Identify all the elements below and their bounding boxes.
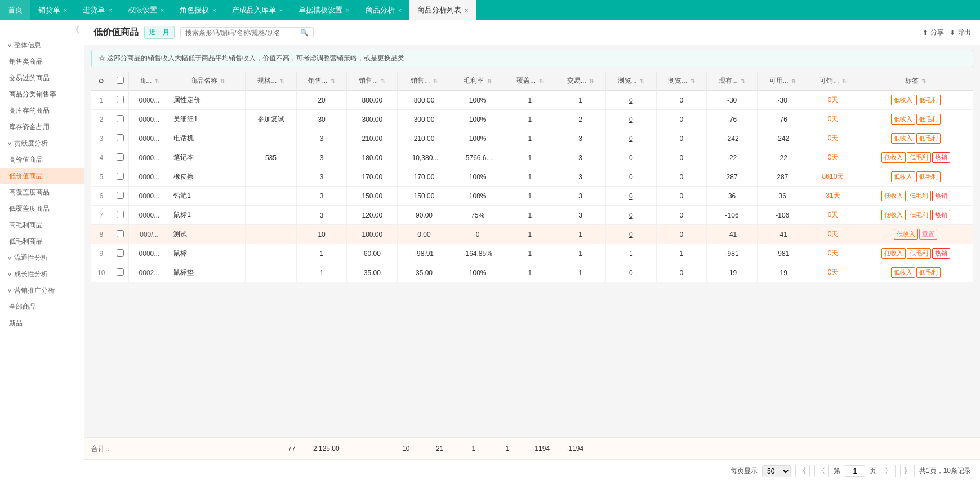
filter-recent-month-button[interactable]: 近一月 <box>144 26 175 39</box>
footer-view1: 1 <box>457 443 491 455</box>
sidebar-item-all-goods[interactable]: 全部商品 <box>0 299 84 315</box>
spec-cell <box>246 129 297 148</box>
margin-column-header[interactable]: 毛利率 ⇅ <box>451 72 505 91</box>
row-checkbox[interactable] <box>117 192 124 199</box>
sidebar-item-high-margin[interactable]: 高毛利商品 <box>0 217 84 233</box>
first-page-button[interactable]: 《 <box>795 465 810 477</box>
sellable-cell: 0天 <box>808 129 858 148</box>
prev-page-button[interactable]: 〈 <box>814 465 829 477</box>
last-page-button[interactable]: 》 <box>900 465 915 477</box>
sidebar-item-sales-goods[interactable]: 销售类商品 <box>0 54 84 70</box>
price-cell: 35.00 <box>347 263 398 282</box>
price-column-header[interactable]: 销售... ⇅ <box>347 72 398 91</box>
checkbox-cell <box>112 206 128 225</box>
coverage-column-header[interactable]: 覆盖... ⇅ <box>505 72 555 91</box>
tag: 低毛利 <box>907 191 931 201</box>
sidebar-item-low-coverage[interactable]: 低覆盖度商品 <box>0 201 84 217</box>
sidebar-group-liquidity: ∨ 流通性分析 <box>0 250 84 266</box>
close-icon[interactable]: × <box>465 7 468 14</box>
row-checkbox[interactable] <box>117 249 124 257</box>
close-icon[interactable]: × <box>108 7 112 14</box>
export-button[interactable]: ⬇ 导出 <box>950 28 971 37</box>
nav-template[interactable]: 单据模板设置 × <box>291 0 357 20</box>
info-text: ☆ 这部分商品的销售收入大幅低于商品平均销售收入，价值不高，可考虑调整营销策略，… <box>99 54 404 63</box>
sales-column-header[interactable]: 销售... ⇅ <box>398 72 451 91</box>
tags-cell: 低收入低毛利 <box>858 129 973 148</box>
view2-column-header[interactable]: 浏览... ⇅ <box>656 72 707 91</box>
available-cell: -106 <box>757 206 808 225</box>
tag: 低毛利 <box>916 133 941 144</box>
page-number-input[interactable] <box>845 465 865 477</box>
table-header-row: ⚙ 商... ⇅ 商品名称 ⇅ 规格... ⇅ 销售... ⇅ 销售... ⇅ … <box>91 72 973 91</box>
collapse-button[interactable]: 《 <box>72 25 79 35</box>
settings-column-header[interactable]: ⚙ <box>91 72 112 91</box>
nav-purchase[interactable]: 进货单 × <box>75 0 119 20</box>
row-checkbox[interactable] <box>117 153 124 161</box>
margin-cell: 100% <box>451 129 505 148</box>
search-icon[interactable]: 🔍 <box>300 29 309 37</box>
per-page-select[interactable]: 50 100 200 <box>762 465 791 477</box>
price-cell: 100.00 <box>347 225 398 244</box>
sellable-column-header[interactable]: 可销... ⇅ <box>808 72 858 91</box>
nav-home[interactable]: 首页 <box>0 0 30 20</box>
next-page-button[interactable]: 〉 <box>881 465 896 477</box>
close-icon[interactable]: × <box>212 7 216 14</box>
table-row: 8 000/... 测试 10 100.00 0.00 0 1 1 0 0 -4… <box>91 225 973 244</box>
sidebar-item-new-goods[interactable]: 新品 <box>0 315 84 331</box>
sidebar-item-high-value[interactable]: 高价值商品 <box>0 152 84 168</box>
nav-analysis-list[interactable]: 商品分析列表 × <box>409 0 476 20</box>
sidebar-item-stock-fund[interactable]: 库存资金占用 <box>0 119 84 135</box>
name-column-header[interactable]: 商品名称 ⇅ <box>170 72 246 91</box>
footer-current: -1194 <box>524 443 558 455</box>
qty-column-header[interactable]: 销售... ⇅ <box>296 72 347 91</box>
tag: 低收入 <box>891 95 915 105</box>
sidebar-item-traded-goods[interactable]: 交易过的商品 <box>0 70 84 86</box>
close-icon[interactable]: × <box>346 7 349 14</box>
nav-analysis[interactable]: 商品分析 × <box>358 0 409 20</box>
sidebar-item-high-stock[interactable]: 高库存的商品 <box>0 103 84 119</box>
current-column-header[interactable]: 现有... ⇅ <box>707 72 758 91</box>
close-icon[interactable]: × <box>161 7 164 14</box>
nav-role[interactable]: 角色授权 × <box>172 0 224 20</box>
share-button[interactable]: ⬆ 分享 <box>923 28 944 37</box>
checkbox-cell <box>112 148 128 167</box>
search-input[interactable] <box>185 29 298 37</box>
row-checkbox[interactable] <box>117 115 124 122</box>
sidebar-item-low-margin[interactable]: 低毛利商品 <box>0 233 84 250</box>
code-column-header[interactable]: 商... ⇅ <box>128 72 170 91</box>
select-all-checkbox[interactable] <box>117 77 124 84</box>
nav-sales[interactable]: 销货单 × <box>30 0 75 20</box>
trade-column-header[interactable]: 交易... ⇅ <box>555 72 606 91</box>
nav-permission[interactable]: 权限设置 × <box>120 0 172 20</box>
tags-column-header[interactable]: 标签 ⇅ <box>858 72 973 91</box>
sidebar-item-category-rate[interactable]: 商品分类销售率 <box>0 86 84 103</box>
close-icon[interactable]: × <box>64 7 67 14</box>
spec-cell: 535 <box>246 148 297 167</box>
sidebar-item-low-value[interactable]: 低价值商品 <box>0 168 84 184</box>
close-icon[interactable]: × <box>398 7 402 14</box>
settings-cell: 7 <box>91 206 112 225</box>
sales-cell: 210.00 <box>398 129 451 148</box>
current-cell: -22 <box>707 148 758 167</box>
available-cell: -242 <box>757 129 808 148</box>
table-row: 3 0000... 电话机 3 210.00 210.00 100% 1 3 0… <box>91 129 973 148</box>
coverage-cell: 1 <box>505 148 555 167</box>
sidebar-item-high-coverage[interactable]: 高覆盖度商品 <box>0 184 84 201</box>
close-icon[interactable]: × <box>279 7 283 14</box>
nav-warehouse[interactable]: 产成品入库单 × <box>224 0 291 20</box>
price-cell: 170.00 <box>347 167 398 187</box>
tag: 低收入 <box>891 114 915 125</box>
row-checkbox[interactable] <box>117 211 124 218</box>
price-cell: 120.00 <box>347 206 398 225</box>
view1-column-header[interactable]: 浏览... ⇅ <box>605 72 656 91</box>
available-column-header[interactable]: 可用... ⇅ <box>757 72 808 91</box>
spec-column-header[interactable]: 规格... ⇅ <box>246 72 297 91</box>
row-checkbox[interactable] <box>117 96 124 103</box>
row-checkbox[interactable] <box>117 134 124 141</box>
row-checkbox[interactable] <box>117 230 124 237</box>
view1-cell: 0 <box>605 148 656 167</box>
checkbox-column-header[interactable] <box>112 72 128 91</box>
row-checkbox[interactable] <box>117 268 124 276</box>
row-checkbox[interactable] <box>117 173 124 180</box>
trade-cell: 1 <box>555 263 606 282</box>
